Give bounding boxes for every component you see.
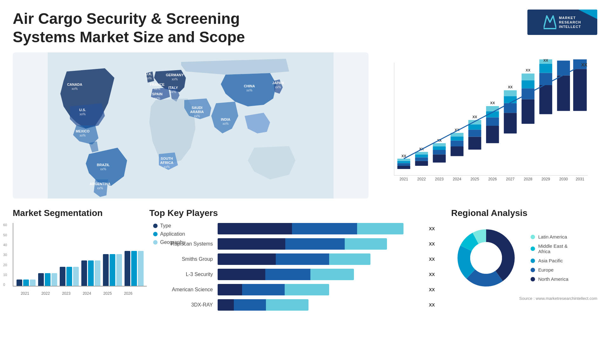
india-label: INDIA (221, 118, 230, 121)
player-name-3dx: 3DX-RAY (149, 302, 213, 308)
svg-rect-28 (468, 137, 481, 150)
seg-chart (13, 223, 147, 286)
header: Air Cargo Security & Screening Systems M… (13, 10, 597, 46)
svg-text:XX: XX (472, 115, 477, 119)
svg-rect-4 (397, 166, 410, 169)
player-value-smiths: XX (429, 257, 442, 262)
seg-bar-app-2026 (131, 251, 137, 286)
mexico-label: MEXICO (76, 129, 90, 133)
players-chart: XX Rapiscan Systems XX (149, 223, 442, 311)
logo-accent (578, 10, 597, 19)
player-bar-fill-l3 (218, 269, 354, 280)
logo-area: MARKET RESEARCH INTELLECT (527, 10, 597, 35)
logo-text: MARKET RESEARCH INTELLECT (559, 16, 581, 29)
saudi-label2: ARABIA (190, 110, 204, 114)
seg-bar-geo-2026 (138, 251, 144, 286)
brazil-label: BRAZIL (97, 163, 110, 167)
svg-text:XX: XX (543, 59, 548, 62)
seg-y-labels: 60 50 40 30 20 10 0 (3, 223, 7, 286)
player-bar-fill-amer (218, 284, 329, 295)
southafrica-label2: AFRICA (160, 161, 173, 165)
svg-rect-6 (397, 161, 410, 163)
player-value-l3: XX (429, 272, 442, 277)
donut-chart (451, 223, 521, 293)
svg-rect-34 (486, 126, 499, 143)
saudi-value: xx% (194, 114, 200, 118)
legend-europe-dot (531, 268, 535, 272)
svg-rect-11 (415, 158, 428, 161)
svg-rect-41 (504, 103, 517, 113)
player-row-l3: L-3 Security XX (149, 269, 442, 280)
growth-chart-svg: XX 2021 XX 2022 XX 2023 (384, 59, 591, 195)
svg-rect-48 (522, 80, 535, 88)
player-bar-3dx (218, 299, 424, 311)
svg-text:XX: XX (581, 62, 587, 67)
player-value-rapiscan: XX (429, 241, 442, 246)
svg-text:2025: 2025 (471, 177, 479, 181)
italy-label: ITALY (168, 86, 178, 90)
regional-chart: Latin America Middle East &Africa Asia P… (451, 223, 597, 293)
italy-value: xx% (170, 90, 176, 94)
svg-rect-40 (504, 113, 517, 134)
svg-rect-49 (522, 74, 535, 80)
svg-rect-63 (573, 69, 587, 111)
svg-text:XX: XX (561, 59, 566, 59)
top-section: CANADA xx% U.S. xx% MEXICO xx% BRAZIL xx… (13, 52, 597, 199)
svg-rect-59 (557, 76, 570, 111)
svg-text:2028: 2028 (524, 177, 532, 181)
svg-rect-60 (557, 61, 570, 76)
player-bar-fill-smiths (218, 253, 370, 265)
japan-value: xx% (275, 85, 281, 89)
seg-bar-type-2023 (60, 267, 65, 286)
key-players-title: Top Key Players (149, 208, 442, 218)
seg-group-2024 (81, 260, 100, 286)
svg-rect-53 (539, 73, 552, 85)
india-value: xx% (223, 122, 229, 125)
svg-rect-22 (451, 146, 464, 156)
regional-section: Regional Analysis (451, 208, 597, 329)
svg-text:2024: 2024 (453, 177, 461, 181)
us-label: U.S. (79, 108, 86, 112)
spain-value: xx% (154, 97, 160, 100)
seg-bar-geo-2022 (51, 273, 57, 286)
mexico-value: xx% (80, 134, 86, 137)
china-label: CHINA (244, 84, 255, 88)
player-bar-fill-3dx (218, 299, 308, 311)
player-name-smiths: Smiths Group (149, 256, 213, 262)
logo-box: MARKET RESEARCH INTELLECT (527, 10, 597, 35)
seg-bar-app-2022 (45, 273, 51, 286)
svg-rect-46 (522, 99, 535, 124)
player-bar-fill-rapiscan (218, 238, 387, 250)
player-value-3dx: XX (429, 302, 442, 307)
svg-rect-19 (433, 143, 446, 146)
seg-bar-type-2021 (17, 280, 22, 286)
us-value: xx% (80, 112, 86, 116)
germany-label: GERMANY (166, 73, 184, 77)
southafrica-value: xx% (164, 165, 170, 169)
regional-legend: Latin America Middle East &Africa Asia P… (531, 234, 568, 282)
svg-rect-52 (539, 85, 552, 114)
legend-mea-dot (531, 246, 535, 251)
svg-rect-35 (486, 118, 499, 126)
seg-x-labels: 2021 2022 2023 2024 2025 2026 (13, 291, 147, 296)
svg-rect-24 (451, 137, 464, 141)
germany-value: xx% (172, 78, 178, 81)
seg-bar-type-2026 (125, 251, 130, 286)
svg-rect-17 (433, 150, 446, 154)
seg-chart-wrapper: 60 50 40 30 20 10 0 (13, 223, 147, 296)
player-value-1: XX (429, 226, 442, 231)
uk-label: U.K. (145, 72, 152, 76)
source-text: Source : www.marketresearchintellect.com (451, 296, 597, 301)
argentina-value: xx% (97, 186, 103, 190)
svg-text:2022: 2022 (417, 177, 426, 181)
legend-europe-label: Europe (538, 267, 553, 273)
seg-bar-app-2024 (88, 260, 94, 286)
southafrica-label: SOUTH (161, 157, 173, 160)
seg-bar-geo-2025 (116, 254, 122, 286)
player-row-rapiscan: Rapiscan Systems XX (149, 238, 442, 250)
svg-rect-29 (468, 130, 481, 137)
seg-bar-app-2023 (66, 267, 72, 286)
player-bar-1 (218, 223, 424, 234)
seg-group-2023 (60, 267, 79, 286)
legend-apac-label: Asia Pacific (538, 258, 563, 263)
